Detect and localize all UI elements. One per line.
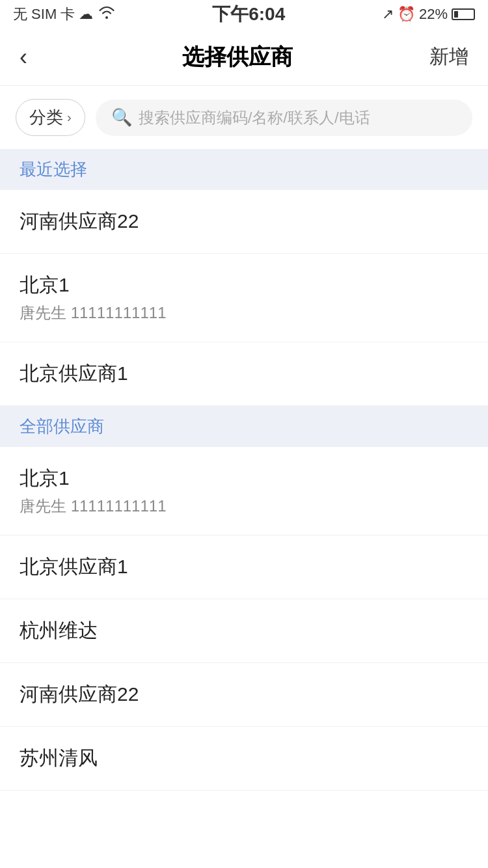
item-sub: 唐先生 11111111111: [20, 496, 468, 517]
list-item[interactable]: 河南供应商22: [0, 663, 488, 727]
location-icon: ↗: [382, 6, 394, 23]
item-name: 河南供应商22: [20, 681, 468, 708]
recent-section-header: 最近选择: [0, 149, 488, 190]
category-label: 分类: [29, 106, 63, 129]
list-item[interactable]: 北京1 唐先生 11111111111: [0, 447, 488, 536]
all-section-header: 全部供应商: [0, 406, 488, 447]
item-name: 河南供应商22: [20, 208, 468, 235]
list-item[interactable]: 苏州清风: [0, 727, 488, 791]
back-icon: ‹: [20, 44, 27, 70]
item-name: 北京供应商1: [20, 554, 468, 580]
item-name: 杭州维达: [20, 617, 468, 644]
sim-label: 无 SIM 卡 ☁: [13, 5, 93, 24]
wifi-icon: [98, 6, 115, 23]
battery-percent: 22%: [419, 6, 448, 23]
recent-items-list: 河南供应商22 北京1 唐先生 11111111111 北京供应商1: [0, 190, 488, 406]
page-title: 选择供应商: [59, 42, 416, 72]
item-sub: 唐先生 11111111111: [20, 303, 468, 323]
alarm-icon: ⏰: [398, 6, 415, 23]
list-item[interactable]: 北京1 唐先生 11111111111: [0, 254, 488, 342]
item-name: 北京供应商1: [20, 360, 468, 387]
status-time: 下午6:04: [212, 2, 285, 27]
item-name: 北京1: [20, 465, 468, 492]
search-placeholder: 搜索供应商编码/名称/联系人/电话: [139, 107, 370, 128]
item-name: 北京1: [20, 272, 468, 299]
item-name: 苏州清风: [20, 745, 468, 772]
list-item[interactable]: 北京供应商1: [0, 342, 488, 406]
search-bar: 分类 › 🔍 搜索供应商编码/名称/联系人/电话: [0, 86, 488, 149]
back-button[interactable]: ‹: [20, 44, 59, 71]
list-item[interactable]: 河南供应商22: [0, 190, 488, 254]
search-input-wrapper[interactable]: 🔍 搜索供应商编码/名称/联系人/电话: [96, 100, 472, 136]
all-items-list: 北京1 唐先生 11111111111 北京供应商1 杭州维达 河南供应商22 …: [0, 447, 488, 791]
list-item[interactable]: 杭州维达: [0, 599, 488, 663]
all-section-label: 全部供应商: [20, 416, 104, 436]
list-item[interactable]: 北京供应商1: [0, 536, 488, 599]
add-button[interactable]: 新增: [416, 44, 468, 70]
status-left: 无 SIM 卡 ☁: [13, 5, 115, 24]
category-button[interactable]: 分类 ›: [16, 99, 85, 136]
battery-icon: [452, 8, 475, 20]
chevron-right-icon: ›: [67, 110, 72, 125]
status-bar: 无 SIM 卡 ☁ 下午6:04 ↗ ⏰ 22%: [0, 0, 488, 29]
search-icon: 🔍: [111, 107, 132, 128]
nav-bar: ‹ 选择供应商 新增: [0, 29, 488, 86]
status-right: ↗ ⏰ 22%: [382, 6, 475, 23]
recent-section-label: 最近选择: [20, 159, 87, 179]
